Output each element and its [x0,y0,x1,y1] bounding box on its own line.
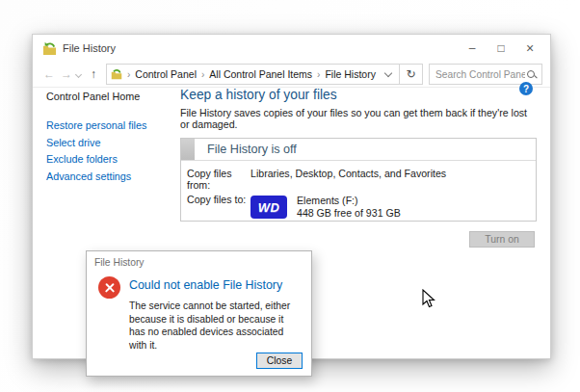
drive-block: WD Elements (F:) 448 GB free of 931 GB [250,195,401,220]
screenshot-stage: File History – □ × ← → ↑ › Control Panel… [0,0,580,392]
copy-from-row: Copy files from: Libraries, Desktop, Con… [187,168,530,191]
close-window-button[interactable]: × [515,37,544,60]
main-content: Keep a history of your files File Histor… [180,88,537,248]
copy-to-label: Copy files to: [187,194,250,220]
breadcrumb[interactable]: › Control Panel › All Control Panel Item… [106,64,400,85]
title-bar: File History – □ × [33,35,550,62]
up-icon[interactable]: ↑ [85,67,102,81]
sidebar-item-control-panel-home[interactable]: Control Panel Home [46,91,181,102]
maximize-button[interactable]: □ [487,37,515,60]
file-history-app-icon [42,41,57,56]
search-icon[interactable] [527,70,536,79]
error-icon [98,276,120,299]
back-icon[interactable]: ← [40,67,58,81]
dialog-close-button[interactable]: Close [256,353,303,369]
address-dropdown-icon[interactable] [384,69,392,77]
search-input[interactable] [434,68,527,81]
sidebar-item-select-drive[interactable]: Select drive [46,135,181,152]
sidebar: Control Panel Home Restore personal file… [46,91,181,185]
file-history-window: File History – □ × ← → ↑ › Control Panel… [32,34,551,359]
turn-on-button[interactable]: Turn on [469,231,535,248]
file-history-status-panel: File History is off Copy files from: Lib… [180,138,537,222]
breadcrumb-item-file-history[interactable]: File History [323,68,378,80]
history-chevron-icon[interactable] [75,70,82,77]
sidebar-item-exclude-folders[interactable]: Exclude folders [46,151,181,169]
sidebar-item-advanced-settings[interactable]: Advanced settings [46,169,181,186]
error-dialog: File History Could not enable File Histo… [86,250,312,377]
window-title: File History [63,42,458,54]
refresh-icon[interactable]: ↻ [400,64,423,85]
page-title: Keep a history of your files [180,88,537,102]
breadcrumb-separator: › [198,69,207,80]
minimize-button[interactable]: – [458,37,487,60]
sidebar-item-restore-personal-files[interactable]: Restore personal files [46,118,181,135]
copy-from-value: Libraries, Desktop, Contacts, and Favori… [250,168,446,191]
wd-drive-logo: WD [250,196,287,219]
breadcrumb-folder-icon [111,68,122,80]
dialog-body-text: The service cannot be started, either be… [129,300,301,352]
breadcrumb-item-all-items[interactable]: All Control Panel Items [207,68,314,80]
dialog-heading: Could not enable File History [129,278,282,292]
breadcrumb-separator: › [314,69,323,80]
page-description: File History saves copies of your files … [180,107,537,130]
breadcrumb-separator: › [124,69,133,80]
dialog-title: File History [87,251,311,268]
mouse-cursor [422,289,436,310]
status-panel-tab [181,139,195,160]
breadcrumb-item-control-panel[interactable]: Control Panel [133,68,198,80]
drive-free-space: 448 GB free of 931 GB [297,207,401,219]
forward-icon[interactable]: → [58,67,75,81]
drive-name: Elements (F:) [297,195,358,206]
address-bar: ← → ↑ › Control Panel › All Control Pane… [33,62,550,88]
copy-from-label: Copy files from: [187,168,250,191]
copy-to-row: Copy files to: WD Elements (F:) 448 GB f… [187,194,530,220]
status-text: File History is off [207,143,297,156]
status-panel-header: File History is off [181,139,536,161]
